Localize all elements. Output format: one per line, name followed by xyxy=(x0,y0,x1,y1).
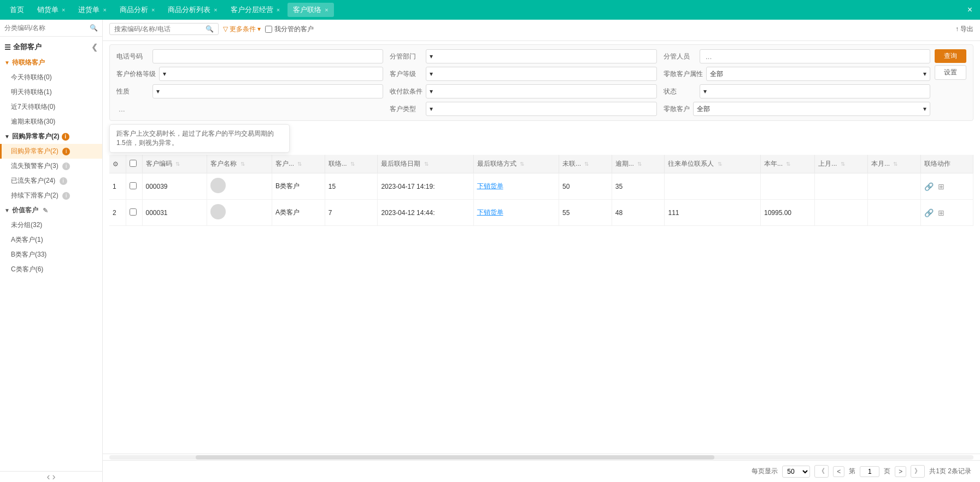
sidebar-item-today[interactable]: 今天待联络(0) xyxy=(0,70,102,85)
sidebar-item-class-a[interactable]: A类客户(1) xyxy=(0,233,102,247)
repurchase-item-info-icon[interactable]: i xyxy=(62,148,70,155)
prev-page-button[interactable]: < xyxy=(833,466,844,477)
action-grid-icon-2[interactable]: ⊞ xyxy=(938,208,944,217)
sidebar-search-input[interactable] xyxy=(4,24,87,32)
sidebar-section-value-customers[interactable]: ▼ 价值客户 ✎ xyxy=(0,203,102,218)
manager-ellipsis[interactable]: ... xyxy=(703,52,714,61)
next-page-button[interactable]: > xyxy=(895,466,906,477)
col-settings-icon[interactable]: ⚙ xyxy=(113,160,119,168)
nav-item-customer-tier[interactable]: 客户分层经营 × xyxy=(225,3,285,17)
last-contact-date-sort-icon[interactable]: ⇅ xyxy=(424,161,429,167)
nav-item-product-list[interactable]: 商品分析列表 × xyxy=(162,3,222,17)
overdue-sort-icon[interactable]: ⇅ xyxy=(637,161,642,167)
action-grid-icon-1[interactable]: ⊞ xyxy=(938,182,944,191)
sidebar-item-declining[interactable]: 持续下滑客户(2) i xyxy=(0,188,102,203)
close-icon-product-list[interactable]: × xyxy=(214,7,217,13)
action-link-icon-1[interactable]: 🔗 xyxy=(924,182,934,191)
repurchase-info-icon[interactable]: i xyxy=(62,133,69,141)
customer-type-sort-icon[interactable]: ⇅ xyxy=(297,161,302,167)
manager-input[interactable]: ... xyxy=(700,49,930,63)
main-search-box[interactable]: 🔍 xyxy=(109,23,219,35)
sidebar-item-class-c[interactable]: C类客户(6) xyxy=(0,262,102,277)
sidebar-scroll-left-icon[interactable]: ‹ xyxy=(47,471,50,482)
cell-method-1[interactable]: 下销货单 xyxy=(473,173,559,200)
select-all-checkbox[interactable] xyxy=(130,160,137,167)
more-conditions-button[interactable]: ▽ 更多条件 ▾ xyxy=(223,25,261,34)
dept-input[interactable]: ▾ xyxy=(426,49,656,63)
main-search-input[interactable] xyxy=(114,25,203,33)
close-icon-purchase[interactable]: × xyxy=(103,7,106,13)
company-contact-sort-icon[interactable]: ⇅ xyxy=(718,161,722,167)
first-page-button[interactable]: 《 xyxy=(814,465,829,478)
nav-item-home[interactable]: 首页 xyxy=(4,3,30,17)
action-link-icon-2[interactable]: 🔗 xyxy=(924,208,934,217)
this-month-sort-icon[interactable]: ⇅ xyxy=(893,161,897,167)
close-icon-sales[interactable]: × xyxy=(62,7,65,13)
customer-name-sort-icon[interactable]: ⇅ xyxy=(240,161,245,167)
table-row: 2 000031 A类客户 7 2023-04-12 14:44: 下销货单 xyxy=(109,200,973,226)
cell-this-month-2 xyxy=(868,200,921,226)
customer-type-input[interactable]: ▾ xyxy=(426,102,656,116)
uncontacted-sort-icon[interactable]: ⇅ xyxy=(584,161,589,167)
row-1-checkbox[interactable] xyxy=(130,182,137,189)
customer-code-sort-icon[interactable]: ⇅ xyxy=(175,161,180,167)
query-button[interactable]: 查询 xyxy=(935,49,966,63)
price-tier-input[interactable]: ▾ xyxy=(159,67,383,81)
sidebar-group-pending-contact[interactable]: ▼ 待联络客户 xyxy=(0,55,102,70)
lost-info-icon[interactable]: i xyxy=(60,177,67,185)
sidebar-item-overdue[interactable]: 逾期未联络(30) xyxy=(0,114,102,129)
customer-type-label: 客户类型 xyxy=(390,104,422,114)
col-last-contact-date-label: 最后联络日期 xyxy=(381,160,420,167)
last-contact-method-sort-icon[interactable]: ⇅ xyxy=(520,161,524,167)
customer-tier-input[interactable]: ▾ xyxy=(426,67,656,81)
status-input[interactable]: ▾ xyxy=(700,84,930,98)
my-customers-checkbox[interactable] xyxy=(265,26,272,33)
horizontal-scrollbar[interactable] xyxy=(103,454,980,460)
nav-item-product-analysis[interactable]: 商品分析 × xyxy=(114,3,160,17)
nav-item-purchase[interactable]: 进货单 × xyxy=(73,3,112,17)
sidebar-item-unclassified[interactable]: 未分组(32) xyxy=(0,218,102,233)
sidebar-item-7days[interactable]: 近7天待联络(0) xyxy=(0,100,102,114)
row4-ellipsis[interactable]: ... xyxy=(116,104,127,113)
lost-warning-info-icon[interactable]: i xyxy=(62,162,70,170)
last-contact-method-link-1[interactable]: 下销货单 xyxy=(477,182,503,190)
last-page-button[interactable]: 》 xyxy=(911,465,925,478)
this-year-sort-icon[interactable]: ⇅ xyxy=(786,161,790,167)
sidebar-all-customers-header[interactable]: ☰ 全部客户 ❮ xyxy=(0,39,102,55)
nature-input[interactable]: ▾ xyxy=(152,84,383,98)
retail-attr-input[interactable]: 全部 ▾ xyxy=(706,67,930,81)
my-customers-checkbox-container[interactable]: 我分管的客户 xyxy=(265,25,314,34)
retail-customer-input[interactable]: 全部 ▾ xyxy=(693,102,930,116)
row-2-checkbox[interactable] xyxy=(130,208,137,216)
cell-method-2[interactable]: 下销货单 xyxy=(473,200,559,226)
sidebar-item-repurchase-anomaly[interactable]: 回购异常客户(2) i xyxy=(0,144,102,159)
export-button[interactable]: ↑ 导出 xyxy=(955,25,973,34)
close-icon-customer-tier[interactable]: × xyxy=(277,7,280,13)
scroll-thumb[interactable] xyxy=(196,455,714,460)
sidebar-group-repurchase-anomaly[interactable]: ▼ 回购异常客户(2) i xyxy=(0,129,102,144)
sidebar-item-lost-warning[interactable]: 流失预警客户(3) i xyxy=(0,159,102,173)
last-month-sort-icon[interactable]: ⇅ xyxy=(841,161,845,167)
payment-input[interactable]: ▾ xyxy=(426,84,656,98)
last-contact-method-link-2[interactable]: 下销货单 xyxy=(477,208,503,216)
window-close-button[interactable]: × xyxy=(964,4,976,16)
col-settings[interactable]: ⚙ xyxy=(109,155,126,173)
contact-count-sort-icon[interactable]: ⇅ xyxy=(350,161,355,167)
nav-item-customer-contact[interactable]: 客户联络 × xyxy=(287,3,333,17)
sidebar-item-lost[interactable]: 已流失客户(24) i xyxy=(0,173,102,188)
declining-info-icon[interactable]: i xyxy=(62,192,70,200)
value-customer-edit-icon[interactable]: ✎ xyxy=(43,207,48,214)
page-number-input[interactable] xyxy=(860,466,879,477)
close-icon-customer-contact[interactable]: × xyxy=(325,7,328,13)
phone-input[interactable] xyxy=(152,49,383,63)
sidebar-item-class-b[interactable]: B类客户(33) xyxy=(0,247,102,262)
sidebar-item-tomorrow[interactable]: 明天待联络(1) xyxy=(0,85,102,100)
sidebar-collapse-button[interactable]: ❮ xyxy=(91,43,98,51)
page-size-select[interactable]: 50 100 200 xyxy=(782,466,810,478)
nav-item-sales[interactable]: 销货单 × xyxy=(32,3,71,17)
settings-button[interactable]: 设置 xyxy=(935,65,966,80)
sidebar-scroll-right-icon[interactable]: › xyxy=(52,471,56,482)
sidebar-search-icon[interactable]: 🔍 xyxy=(90,24,98,32)
main-search-icon[interactable]: 🔍 xyxy=(206,25,214,33)
close-icon-product-analysis[interactable]: × xyxy=(151,7,155,13)
